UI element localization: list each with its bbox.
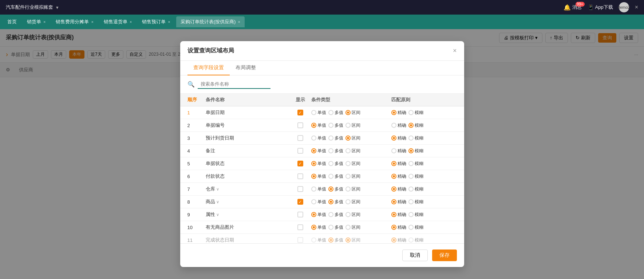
tab-sales-order-close[interactable]: × (43, 20, 46, 24)
display-checkbox[interactable] (297, 148, 303, 154)
radio-single[interactable]: 单值 (311, 148, 326, 154)
display-checkbox[interactable] (297, 224, 303, 230)
radio-single[interactable]: 单值 (311, 173, 326, 180)
radio-exact[interactable]: 精确 (391, 173, 406, 180)
radio-fuzzy[interactable]: 模糊 (408, 212, 423, 218)
display-checkbox[interactable] (297, 237, 303, 243)
tab-field-settings[interactable]: 查询字段设置 (187, 61, 230, 75)
radio-multi[interactable]: 多值 (328, 110, 343, 116)
radio-single[interactable]: 单值 (311, 224, 326, 231)
tab-sales-return-close[interactable]: × (130, 20, 132, 24)
radio-fuzzy[interactable]: 模糊 (408, 122, 423, 129)
radio-fuzzy[interactable]: 模糊 (408, 186, 423, 192)
radio-exact[interactable]: 精确 (391, 186, 406, 192)
row-display[interactable] (289, 224, 311, 230)
row-display[interactable] (289, 161, 311, 166)
save-button[interactable]: 保存 (432, 249, 457, 261)
radio-range[interactable]: 区间 (345, 122, 360, 129)
row-display[interactable] (289, 135, 311, 141)
display-checkbox[interactable] (297, 173, 303, 179)
radio-single[interactable]: 单值 (311, 199, 326, 205)
radio-multi[interactable]: 多值 (328, 212, 343, 218)
radio-single[interactable]: 单值 (311, 186, 326, 192)
tab-purchase-plan-close[interactable]: × (168, 20, 170, 24)
cancel-button[interactable]: 取消 (402, 249, 428, 261)
search-input[interactable] (198, 80, 270, 89)
radio-exact[interactable]: 精确 (391, 212, 406, 218)
radio-multi[interactable]: 多值 (328, 122, 343, 129)
radio-range[interactable]: 区间 (345, 199, 360, 205)
radio-exact[interactable]: 精确 (391, 135, 406, 141)
radio-fuzzy[interactable]: 模糊 (408, 110, 423, 116)
radio-exact[interactable]: 精确 (391, 237, 406, 243)
radio-range[interactable]: 区间 (345, 173, 360, 180)
row-display[interactable] (289, 186, 311, 192)
radio-multi[interactable]: 多值 (328, 161, 343, 167)
radio-fuzzy[interactable]: 模糊 (408, 148, 423, 154)
radio-fuzzy[interactable]: 模糊 (408, 237, 423, 243)
radio-multi[interactable]: 多值 (328, 199, 343, 205)
radio-range[interactable]: 区间 (345, 212, 360, 218)
radio-range[interactable]: 区间 (345, 224, 360, 231)
row-display[interactable] (289, 148, 311, 154)
radio-fuzzy[interactable]: 模糊 (408, 224, 423, 231)
radio-fuzzy[interactable]: 模糊 (408, 135, 423, 141)
tab-layout-adjust[interactable]: 布局调整 (230, 61, 262, 75)
radio-multi[interactable]: 多值 (328, 186, 343, 192)
app-download-button[interactable]: 📱 App下载 (588, 4, 613, 11)
tab-sales-expense[interactable]: 销售费用分摊单 × (51, 16, 98, 27)
radio-single[interactable]: 单值 (311, 212, 326, 218)
radio-multi[interactable]: 多值 (328, 173, 343, 180)
row-display[interactable] (289, 110, 311, 115)
radio-multi[interactable]: 多值 (328, 237, 343, 243)
tab-home[interactable]: 首页 (3, 16, 21, 27)
row-display[interactable] (289, 237, 311, 243)
row-type: 单值 多值 区间 (311, 173, 391, 180)
radio-range[interactable]: 区间 (345, 237, 360, 243)
radio-range[interactable]: 区间 (345, 148, 360, 154)
tab-purchase-stats-close[interactable]: × (238, 20, 240, 24)
display-checkbox[interactable] (297, 122, 303, 128)
radio-fuzzy[interactable]: 模糊 (408, 173, 423, 180)
radio-exact[interactable]: 精确 (391, 148, 406, 154)
tab-purchase-plan[interactable]: 销售预订单 × (138, 16, 174, 27)
radio-exact[interactable]: 精确 (391, 110, 406, 116)
radio-range[interactable]: 区间 (345, 186, 360, 192)
radio-exact[interactable]: 精确 (391, 122, 406, 129)
dialog-close-button[interactable]: × (453, 47, 457, 55)
display-checkbox[interactable] (297, 212, 303, 217)
row-display[interactable] (289, 173, 311, 179)
radio-range[interactable]: 区间 (345, 110, 360, 116)
row-display[interactable] (289, 199, 311, 205)
row-display[interactable] (289, 122, 311, 128)
radio-single[interactable]: 单值 (311, 161, 326, 167)
row-display[interactable] (289, 212, 311, 217)
radio-single[interactable]: 单值 (311, 110, 326, 116)
radio-single[interactable]: 单值 (311, 237, 326, 243)
radio-multi[interactable]: 多值 (328, 135, 343, 141)
tab-purchase-stats[interactable]: 采购订单统计表(按供应商) × (176, 16, 245, 27)
radio-fuzzy[interactable]: 模糊 (408, 161, 423, 167)
radio-exact[interactable]: 精确 (391, 161, 406, 167)
radio-multi[interactable]: 多值 (328, 148, 343, 154)
radio-range[interactable]: 区间 (345, 135, 360, 141)
radio-single[interactable]: 单值 (311, 135, 326, 141)
topbar-close-button[interactable]: × (635, 4, 638, 11)
display-checkbox[interactable] (297, 161, 303, 166)
tab-sales-expense-close[interactable]: × (91, 20, 93, 24)
radio-multi[interactable]: 多值 (328, 224, 343, 231)
display-checkbox[interactable] (297, 110, 303, 115)
display-checkbox[interactable] (297, 186, 303, 192)
tab-sales-return[interactable]: 销售退货单 × (99, 16, 136, 27)
display-checkbox[interactable] (297, 199, 303, 205)
radio-single[interactable]: 单值 (311, 122, 326, 129)
avatar[interactable]: demo2 (619, 2, 629, 12)
notification-button[interactable]: 🔔 消息 99+ (564, 4, 582, 11)
radio-exact[interactable]: 精确 (391, 224, 406, 231)
tab-sales-order[interactable]: 销货单 × (23, 16, 50, 27)
logo-dropdown-icon[interactable]: ▾ (56, 5, 59, 10)
display-checkbox[interactable] (297, 135, 303, 141)
radio-exact[interactable]: 精确 (391, 199, 406, 205)
radio-range[interactable]: 区间 (345, 161, 360, 167)
radio-fuzzy[interactable]: 模糊 (408, 199, 423, 205)
